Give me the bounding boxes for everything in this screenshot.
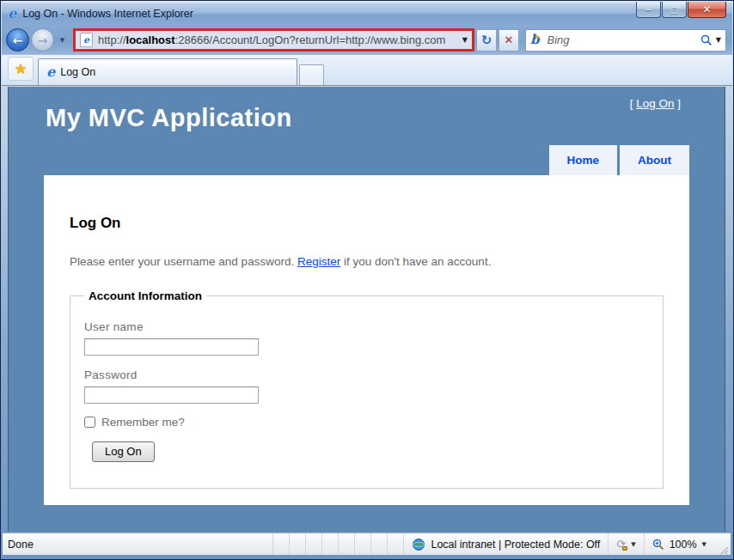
address-input[interactable]: e http://localhost:28666/Account/LogOn?r… bbox=[73, 28, 474, 52]
address-bar: ← → ▼ e http://localhost:28666/Account/L… bbox=[2, 26, 732, 54]
status-segment bbox=[354, 533, 370, 555]
close-button[interactable]: ✕ bbox=[688, 2, 726, 18]
window-controls: ─ □ ✕ bbox=[635, 2, 726, 18]
status-segment bbox=[289, 533, 305, 555]
search-icon[interactable] bbox=[700, 34, 713, 46]
status-segment bbox=[338, 533, 354, 555]
status-segment bbox=[305, 533, 321, 555]
safety-report-control[interactable]: ⟳ ▼ bbox=[608, 533, 643, 555]
username-field[interactable] bbox=[84, 338, 259, 356]
favorites-star-icon: ★ bbox=[14, 60, 27, 77]
back-icon: ← bbox=[13, 33, 23, 47]
intro-before: Please enter your username and password. bbox=[70, 255, 297, 268]
resize-grip[interactable] bbox=[718, 544, 729, 555]
login-bracket-close: ] bbox=[677, 97, 681, 110]
forward-icon: → bbox=[38, 33, 48, 47]
refresh-button[interactable]: ↻ bbox=[476, 29, 497, 52]
stop-icon: ✕ bbox=[505, 33, 514, 46]
zone-text: Local intranet | Protected Mode: Off bbox=[431, 539, 600, 551]
zoom-level: 100% bbox=[670, 539, 697, 551]
username-label: User name bbox=[84, 320, 649, 333]
bing-letter: b bbox=[530, 32, 540, 47]
safety-icon: ⟳ bbox=[616, 538, 626, 551]
refresh-icon: ↻ bbox=[481, 33, 492, 48]
search-dropdown-icon[interactable]: ▼ bbox=[716, 36, 721, 44]
tab-favicon: e bbox=[46, 65, 55, 79]
status-segment bbox=[387, 533, 403, 555]
status-segment bbox=[370, 533, 387, 555]
stop-button[interactable]: ✕ bbox=[499, 29, 519, 52]
page-container: My MVC Application [ Log On ] Home About… bbox=[44, 87, 689, 505]
account-information-fieldset: Account Information User name Password R… bbox=[70, 289, 664, 489]
safety-dropdown-icon: ▼ bbox=[631, 541, 635, 548]
site-title: My MVC Application bbox=[44, 87, 689, 132]
bing-logo-icon: b bbox=[530, 33, 540, 46]
intro-after: if you don't have an account. bbox=[340, 255, 491, 268]
new-tab-button[interactable] bbox=[299, 64, 324, 85]
intranet-globe-icon bbox=[412, 538, 425, 551]
lock-icon bbox=[622, 546, 627, 551]
title-bar: e Log On - Windows Internet Explorer ─ □… bbox=[2, 2, 732, 26]
zoom-control[interactable]: 100% ▼ bbox=[644, 533, 714, 555]
menu-item-about[interactable]: About bbox=[620, 145, 689, 175]
url-scheme: http:// bbox=[98, 33, 126, 46]
ie-logo-icon: e bbox=[8, 7, 16, 21]
url-path: :28666/Account/LogOn?returnUrl=http://ww… bbox=[175, 33, 446, 46]
remember-me-row: Remember me? bbox=[84, 416, 649, 429]
tab-log-on[interactable]: e Log On bbox=[38, 58, 297, 85]
status-text: Done bbox=[8, 539, 272, 551]
log-on-link[interactable]: Log On bbox=[636, 97, 674, 110]
tab-label: Log On bbox=[60, 66, 95, 78]
address-dropdown-icon[interactable]: ▼ bbox=[462, 36, 468, 44]
back-button[interactable]: ← bbox=[6, 28, 29, 52]
search-input[interactable] bbox=[546, 33, 700, 47]
minimize-icon: ─ bbox=[645, 5, 651, 15]
favorites-button[interactable]: ★ bbox=[8, 57, 34, 81]
password-field[interactable] bbox=[84, 387, 259, 404]
forward-button[interactable]: → bbox=[31, 28, 54, 52]
url-host: localhost bbox=[126, 33, 175, 46]
remember-me-checkbox[interactable] bbox=[84, 417, 95, 428]
chevron-down-icon: ▼ bbox=[60, 37, 64, 44]
maximize-button[interactable]: □ bbox=[662, 2, 687, 18]
log-on-button[interactable]: Log On bbox=[92, 441, 155, 462]
status-segment bbox=[272, 533, 289, 555]
site-header: My MVC Application [ Log On ] Home About bbox=[44, 87, 689, 175]
main-content: Log On Please enter your username and pa… bbox=[44, 175, 689, 505]
page-title: Log On bbox=[70, 215, 664, 232]
recent-pages-dropdown[interactable]: ▼ bbox=[56, 37, 69, 44]
fieldset-legend: Account Information bbox=[84, 289, 206, 302]
minimize-button[interactable]: ─ bbox=[636, 2, 661, 18]
page-viewport: My MVC Application [ Log On ] Home About… bbox=[8, 87, 725, 532]
intro-text: Please enter your username and password.… bbox=[70, 255, 664, 268]
bing-logo-dot bbox=[535, 35, 539, 39]
security-zone: Local intranet | Protected Mode: Off bbox=[403, 533, 608, 555]
close-icon: ✕ bbox=[702, 3, 711, 15]
page-icon: e bbox=[80, 33, 93, 47]
tab-bar: ★ e Log On bbox=[2, 54, 732, 86]
login-bracket-open: [ bbox=[630, 97, 633, 110]
main-menu: Home About bbox=[549, 145, 690, 175]
url-text: http://localhost:28666/Account/LogOn?ret… bbox=[98, 33, 445, 46]
window-title: Log On - Windows Internet Explorer bbox=[22, 8, 193, 20]
status-segments bbox=[272, 533, 403, 555]
search-box[interactable]: b ▼ bbox=[525, 29, 726, 52]
ie-page-icon: e bbox=[83, 35, 89, 45]
register-link[interactable]: Register bbox=[297, 255, 340, 268]
menu-item-home[interactable]: Home bbox=[549, 145, 618, 175]
remember-me-label: Remember me? bbox=[101, 416, 185, 429]
password-label: Password bbox=[84, 368, 649, 381]
zoom-dropdown-icon: ▼ bbox=[702, 541, 706, 548]
zoom-icon bbox=[652, 539, 664, 551]
login-display: [ Log On ] bbox=[630, 97, 681, 110]
status-segment bbox=[321, 533, 338, 555]
status-bar: Done Local intranet | Protected Mode: Of… bbox=[3, 533, 731, 555]
maximize-icon: □ bbox=[670, 5, 678, 15]
browser-window: e Log On - Windows Internet Explorer ─ □… bbox=[0, 0, 734, 560]
